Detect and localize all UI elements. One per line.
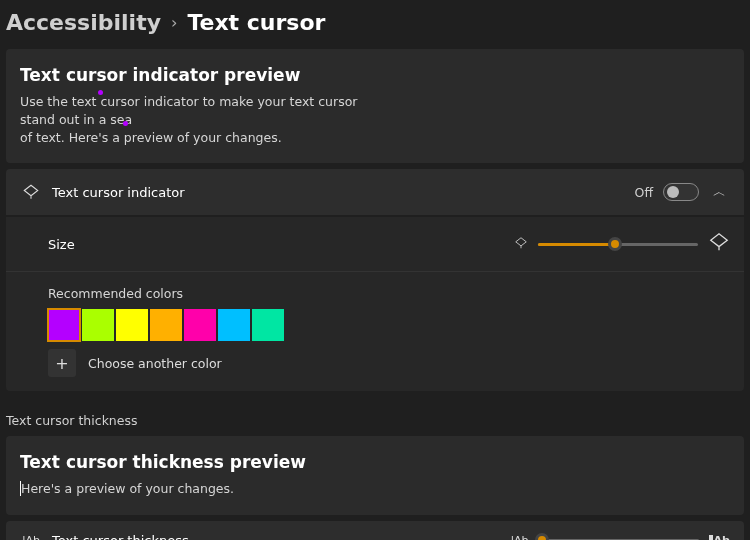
size-row: Size bbox=[6, 217, 744, 272]
choose-color-label: Choose another color bbox=[88, 356, 222, 371]
thickness-preview-title: Text cursor thickness preview bbox=[20, 452, 730, 472]
size-min-icon bbox=[514, 235, 528, 254]
indicator-preview-title: Text cursor indicator preview bbox=[20, 65, 730, 85]
chevron-right-icon: › bbox=[171, 13, 177, 32]
colors-title: Recommended colors bbox=[48, 286, 730, 301]
color-swatch-6[interactable] bbox=[252, 309, 284, 341]
breadcrumb: Accessibility › Text cursor bbox=[6, 4, 744, 49]
choose-color-row[interactable]: + Choose another color bbox=[48, 349, 730, 377]
color-swatch-1[interactable] bbox=[82, 309, 114, 341]
thickness-row: |Ab Text cursor thickness |Ab Ab bbox=[6, 521, 744, 541]
thickness-preview-card: Text cursor thickness preview Here's a p… bbox=[6, 436, 744, 514]
thickness-label: Text cursor thickness bbox=[52, 533, 510, 541]
indicator-preview-line1: Use the text cursor indicator to make yo… bbox=[20, 94, 357, 127]
indicator-label: Text cursor indicator bbox=[52, 185, 635, 200]
indicator-preview-card: Text cursor indicator preview Use the te… bbox=[6, 49, 744, 163]
swatch-row bbox=[48, 309, 730, 341]
indicator-toggle-state: Off bbox=[635, 185, 653, 200]
breadcrumb-parent[interactable]: Accessibility bbox=[6, 10, 161, 35]
size-slider-thumb[interactable] bbox=[608, 237, 622, 251]
thickness-preview-text: Here's a preview of your changes. bbox=[21, 481, 234, 496]
plus-icon[interactable]: + bbox=[48, 349, 76, 377]
thickness-preview-desc: Here's a preview of your changes. bbox=[20, 480, 360, 498]
indicator-preview-desc: Use the text cursor indicator to make yo… bbox=[20, 93, 360, 147]
size-max-icon bbox=[708, 231, 730, 257]
indicator-icon bbox=[20, 183, 42, 201]
indicator-expander[interactable]: ︿ bbox=[709, 181, 730, 203]
thickness-min-icon: |Ab bbox=[510, 534, 528, 541]
cursor-indicator-top-dot bbox=[98, 90, 103, 95]
thickness-max-icon: Ab bbox=[709, 534, 730, 541]
color-swatch-5[interactable] bbox=[218, 309, 250, 341]
indicator-preview-line2: of text. Here's a preview of your change… bbox=[20, 130, 282, 145]
size-slider[interactable] bbox=[538, 243, 698, 246]
color-swatch-4[interactable] bbox=[184, 309, 216, 341]
indicator-sub-panel: Size Recommended colors + Choose another bbox=[6, 217, 744, 391]
color-swatch-3[interactable] bbox=[150, 309, 182, 341]
thickness-icon: |Ab bbox=[20, 534, 42, 541]
breadcrumb-current: Text cursor bbox=[187, 10, 325, 35]
color-swatch-0[interactable] bbox=[48, 309, 80, 341]
cursor-indicator-bottom-dot bbox=[123, 121, 128, 126]
thickness-slider-thumb[interactable] bbox=[535, 533, 549, 540]
cursor-indicator-preview-caret bbox=[136, 114, 138, 126]
thickness-heading: Text cursor thickness bbox=[6, 397, 744, 436]
indicator-row[interactable]: Text cursor indicator Off ︿ bbox=[6, 169, 744, 215]
indicator-toggle[interactable] bbox=[663, 183, 699, 201]
size-label: Size bbox=[48, 237, 514, 252]
color-swatch-2[interactable] bbox=[116, 309, 148, 341]
colors-section: Recommended colors + Choose another colo… bbox=[6, 272, 744, 391]
